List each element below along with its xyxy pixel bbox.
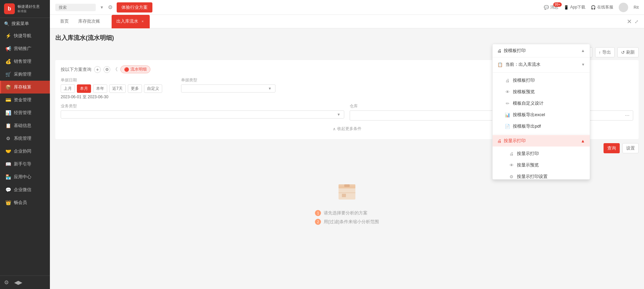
filter-add-btn[interactable]: + xyxy=(94,66,101,73)
online-service-btn[interactable]: 🎧 在线客服 xyxy=(591,4,613,10)
step-2-num: 2 xyxy=(315,219,321,225)
sidebar-item-basic[interactable]: 📋 基础信息 xyxy=(0,119,50,132)
user-avatar[interactable] xyxy=(619,3,628,12)
date-field: 单据日期 上月 本月 本年 近7天 更多 自定义 2023-06-01 至 20… xyxy=(61,77,162,100)
trial-btn[interactable]: 体验行业方案 xyxy=(117,2,152,12)
warehouse-label: 仓库 xyxy=(350,103,633,109)
topbar-search-chevron[interactable]: ▼ xyxy=(100,5,104,10)
sidebar-item-collab[interactable]: 🤝 企业协同 xyxy=(0,145,50,158)
date-btn-more[interactable]: 更多 xyxy=(128,84,142,93)
tab-stock-flow[interactable]: 出入库流水 × xyxy=(112,15,150,28)
export-btn[interactable]: ↑ 导出 xyxy=(595,47,615,57)
page-title: 出入库流水(流水明细) xyxy=(55,34,639,42)
date-btn-this-year[interactable]: 本年 xyxy=(93,84,107,93)
sidebar-item-label: 企业协同 xyxy=(14,148,31,154)
sidebar-item-label: 基础信息 xyxy=(14,123,31,129)
dropdown-template-pdf[interactable]: 📄 按模板导出pdf xyxy=(493,121,590,132)
display-group-left: 🖨 按显示打印 xyxy=(497,138,526,144)
app-label: App下载 xyxy=(570,4,585,10)
date-btn-7days[interactable]: 近7天 xyxy=(109,84,126,93)
warehouse-field: 仓库 ··· xyxy=(350,103,633,121)
app-download-btn[interactable]: 📱 App下载 xyxy=(564,4,585,10)
app-icon: 📱 xyxy=(564,5,569,10)
display-print-label: 按显示打印 xyxy=(517,151,539,157)
sidebar-item-system[interactable]: ⚙ 系统管理 xyxy=(0,132,50,145)
filter-collapse-btn[interactable]: 《 xyxy=(113,67,118,73)
sidebar-item-appstore[interactable]: 🏪 应用中心 xyxy=(0,170,50,183)
guide-icon: 📖 xyxy=(5,161,11,167)
date-btn-this-month[interactable]: 本月 xyxy=(77,84,91,93)
doc-type-select[interactable]: ▼ xyxy=(181,84,275,93)
collapse-icon[interactable]: ◀▶ xyxy=(14,279,22,286)
topbar-search-input[interactable] xyxy=(55,4,96,11)
dropdown-display-settings[interactable]: ⚙ 按显示打印设置 xyxy=(493,171,590,179)
biz-type-chevron: ▼ xyxy=(337,112,341,116)
empty-steps: 1 请先选择要分析的方案 2 用[过滤]条件来缩小分析范围 xyxy=(315,210,379,225)
system-icon: ⚙ xyxy=(5,135,11,141)
refresh-btn[interactable]: ↺ 刷新 xyxy=(617,47,639,57)
filter-tag[interactable]: 🔴 流水明细 xyxy=(120,65,150,73)
date-group: 上月 本月 本年 近7天 更多 自定义 xyxy=(61,84,162,93)
sidebar-item-quicknav[interactable]: ⚡ 快捷导航 xyxy=(0,29,50,42)
warehouse-more-icon[interactable]: ··· xyxy=(625,112,630,119)
display-group-chevron: ▲ xyxy=(581,138,585,143)
dropdown-display-preview[interactable]: 👁 按显示预览 xyxy=(493,159,590,171)
dropdown-current-item[interactable]: 📋 当前：出入库流水 ▼ xyxy=(493,59,590,70)
tab-inventory-batch-close[interactable]: × xyxy=(102,19,107,24)
template-excel-icon: 📊 xyxy=(505,112,510,117)
sidebar-item-marketing[interactable]: 📢 营销推广 xyxy=(0,42,50,55)
tabbar-expand-btn[interactable]: ⤢ xyxy=(635,19,639,24)
dropdown-collapse-btn[interactable]: ▲ xyxy=(581,48,585,53)
dropdown-template-preview[interactable]: 👁 按模板预览 xyxy=(493,86,590,98)
dropdown-current-section: 📋 当前：出入库流水 ▼ xyxy=(493,57,590,72)
template-preview-icon: 👁 xyxy=(505,89,510,95)
sidebar-search[interactable]: 🔍 搜索菜单 xyxy=(0,18,50,29)
sidebar-item-inventory[interactable]: 📦 库存核算 xyxy=(0,81,50,94)
sidebar-item-weixin[interactable]: 💬 企业微信 xyxy=(0,183,50,196)
date-field-label: 单据日期 xyxy=(61,77,162,83)
dropdown-display-print[interactable]: 🖨 按显示打印 xyxy=(493,148,590,159)
sidebar-item-guide[interactable]: 📖 新手引导 xyxy=(0,158,50,170)
sales-icon: 💰 xyxy=(5,58,11,64)
warehouse-select[interactable]: ··· xyxy=(350,110,633,121)
tab-inventory-batch[interactable]: 库存批次账 × xyxy=(74,15,112,28)
current-label: 当前：出入库流水 xyxy=(505,61,540,68)
user-name: Rit xyxy=(634,5,639,10)
settings-btn[interactable]: 设置 xyxy=(622,143,639,153)
sidebar-item-label: 系统管理 xyxy=(14,135,31,141)
query-btn[interactable]: 查询 xyxy=(604,143,620,153)
dropdown-template-print[interactable]: 🖨 按模板打印 xyxy=(493,75,590,86)
sidebar-item-label: 库存核算 xyxy=(14,84,31,90)
tab-home[interactable]: 首页 xyxy=(55,15,74,28)
dropdown-display-group-header[interactable]: 🖨 按显示打印 ▲ xyxy=(493,135,590,147)
message-btn[interactable]: 💬 消息 99+ xyxy=(544,4,558,10)
settings-footer-icon[interactable]: ⚙ xyxy=(4,279,9,286)
refresh-icon: ↺ xyxy=(621,50,625,55)
template-pdf-label: 按模板导出pdf xyxy=(513,123,541,129)
filter-label: 按以下方案查询 xyxy=(61,67,91,73)
sidebar-item-label: 经营管理 xyxy=(14,110,31,116)
tabbar-controls: ✕ ⤢ xyxy=(627,18,639,25)
print-dropdown-panel: 🖨 按模板打印 ▲ 📋 当前：出入库流水 ▼ 🖨 按模板打印 👁 按模板预览 xyxy=(492,44,590,180)
dropdown-template-excel[interactable]: 📊 按模板导出excel xyxy=(493,109,590,121)
tab-stock-flow-close[interactable]: × xyxy=(140,19,145,24)
sidebar-item-sales[interactable]: 💰 销售管理 xyxy=(0,55,50,68)
date-btn-custom[interactable]: 自定义 xyxy=(144,84,162,93)
export-label: 导出 xyxy=(602,49,611,55)
sidebar-item-label: 采购管理 xyxy=(14,71,31,77)
topbar-gear-icon[interactable]: ⚙ xyxy=(108,4,113,10)
sidebar-item-operation[interactable]: 📊 经营管理 xyxy=(0,106,50,119)
date-btn-last-month[interactable]: 上月 xyxy=(61,84,75,93)
step-2-text: 用[过滤]条件来缩小分析范围 xyxy=(324,219,379,225)
biz-type-select[interactable]: ▼ xyxy=(61,110,344,119)
sidebar-item-finance[interactable]: 💳 资金管理 xyxy=(0,94,50,106)
sidebar-item-purchase[interactable]: 🛒 采购管理 xyxy=(0,68,50,81)
display-preview-label: 按显示预览 xyxy=(517,162,539,168)
display-settings-label: 按显示打印设置 xyxy=(517,174,548,179)
dropdown-template-design[interactable]: ✏ 模板自定义设计 xyxy=(493,98,590,109)
tabbar-close-all-btn[interactable]: ✕ xyxy=(627,18,632,25)
display-group-label: 按显示打印 xyxy=(504,138,526,144)
filter-settings-btn[interactable]: ⚙ xyxy=(104,66,110,73)
current-icon: 📋 xyxy=(497,62,503,67)
sidebar-item-member[interactable]: 👑 畅会员 xyxy=(0,196,50,209)
